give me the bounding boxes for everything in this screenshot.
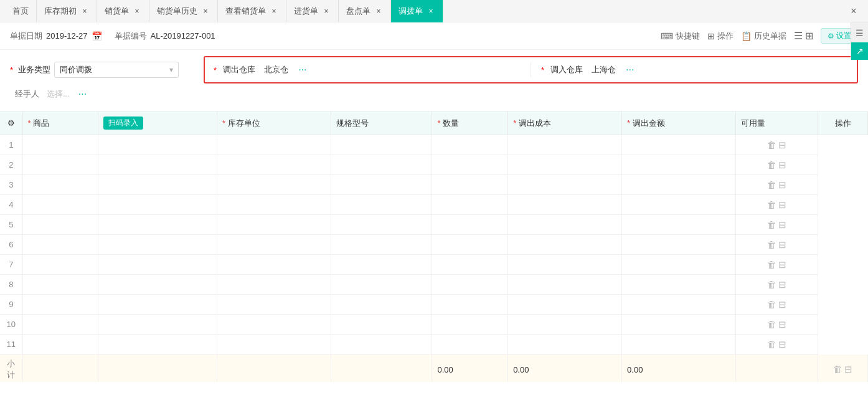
cell-0[interactable] (22, 135, 98, 155)
cell-1[interactable] (98, 275, 217, 295)
cell-6[interactable] (622, 175, 736, 195)
cell-3[interactable] (331, 295, 432, 315)
delete-row-button[interactable]: 🗑 (767, 140, 776, 150)
warehouse-in-dots[interactable]: ··· (626, 64, 634, 75)
cell-2[interactable] (217, 235, 331, 255)
tab-transfer[interactable]: 调拨单 × (391, 0, 443, 22)
copy-row-button[interactable]: ⊟ (778, 279, 786, 290)
cell-5[interactable] (508, 215, 622, 235)
cell-4[interactable] (432, 295, 508, 315)
close-inventory-init[interactable]: × (80, 7, 89, 16)
cell-2[interactable] (217, 275, 331, 295)
cell-5[interactable] (508, 315, 622, 335)
cell-1[interactable] (98, 175, 217, 195)
cell-2[interactable] (217, 215, 331, 235)
cell-6[interactable] (622, 235, 736, 255)
handler-input[interactable]: 选择... (47, 88, 70, 100)
cell-0[interactable] (22, 335, 98, 355)
sidebar-list-icon[interactable]: ☰ (852, 25, 868, 41)
calendar-icon[interactable]: 📅 (92, 31, 102, 41)
cell-3[interactable] (331, 255, 432, 275)
delete-row-button[interactable]: 🗑 (767, 319, 776, 330)
subtotal-copy-icon[interactable]: ⊟ (844, 364, 852, 374)
tab-stocktake[interactable]: 盘点单 × (339, 0, 391, 22)
delete-row-button[interactable]: 🗑 (767, 179, 776, 190)
cell-2[interactable] (217, 295, 331, 315)
cell-6[interactable] (622, 255, 736, 275)
delete-row-button[interactable]: 🗑 (767, 259, 776, 270)
cell-4[interactable] (432, 315, 508, 335)
th-gear[interactable]: ⚙ (0, 112, 22, 135)
cell-4[interactable] (432, 175, 508, 195)
cell-3[interactable] (331, 155, 432, 175)
tab-purchase-order[interactable]: 进货单 × (286, 0, 339, 22)
cell-5[interactable] (508, 295, 622, 315)
cell-3[interactable] (331, 235, 432, 255)
cell-5[interactable] (508, 195, 622, 215)
cell-1[interactable] (98, 295, 217, 315)
copy-row-button[interactable]: ⊟ (778, 319, 786, 330)
close-sales-history[interactable]: × (201, 7, 210, 16)
cell-6[interactable] (622, 215, 736, 235)
cell-5[interactable] (508, 135, 622, 155)
cell-6[interactable] (622, 195, 736, 215)
cell-5[interactable] (508, 275, 622, 295)
cell-6[interactable] (622, 335, 736, 355)
cell-0[interactable] (22, 175, 98, 195)
delete-row-button[interactable]: 🗑 (767, 199, 776, 210)
cell-2[interactable] (217, 175, 331, 195)
delete-row-button[interactable]: 🗑 (767, 239, 776, 250)
cell-2[interactable] (217, 255, 331, 275)
cell-6[interactable] (622, 155, 736, 175)
cell-5[interactable] (508, 175, 622, 195)
cell-5[interactable] (508, 155, 622, 175)
cell-3[interactable] (331, 175, 432, 195)
close-purchase-order[interactable]: × (322, 7, 331, 16)
subtotal-delete-icon[interactable]: 🗑 (833, 364, 842, 374)
cell-1[interactable] (98, 235, 217, 255)
operation-button[interactable]: ⊞ 操作 (707, 31, 734, 42)
cell-5[interactable] (508, 255, 622, 275)
cell-2[interactable] (217, 135, 331, 155)
cell-3[interactable] (331, 335, 432, 355)
cell-6[interactable] (622, 315, 736, 335)
cell-5[interactable] (508, 335, 622, 355)
copy-row-button[interactable]: ⊟ (778, 219, 786, 230)
copy-row-button[interactable]: ⊟ (778, 140, 786, 150)
cell-4[interactable] (432, 275, 508, 295)
cell-4[interactable] (432, 215, 508, 235)
copy-row-button[interactable]: ⊟ (778, 179, 786, 190)
cell-1[interactable] (98, 335, 217, 355)
delete-row-button[interactable]: 🗑 (767, 159, 776, 170)
tab-view-sales[interactable]: 查看销货单 × (218, 0, 286, 22)
cell-4[interactable] (432, 195, 508, 215)
cell-2[interactable] (217, 195, 331, 215)
cell-4[interactable] (432, 135, 508, 155)
cell-6[interactable] (622, 275, 736, 295)
close-stocktake[interactable]: × (374, 7, 383, 16)
cell-2[interactable] (217, 315, 331, 335)
cell-1[interactable] (98, 195, 217, 215)
cell-3[interactable] (331, 195, 432, 215)
cell-0[interactable] (22, 195, 98, 215)
close-transfer[interactable]: × (427, 7, 435, 16)
copy-row-button[interactable]: ⊟ (778, 199, 786, 210)
cell-1[interactable] (98, 215, 217, 235)
tab-sales-history[interactable]: 销货单历史 × (149, 0, 218, 22)
cell-3[interactable] (331, 215, 432, 235)
shortcut-button[interactable]: ⌨ 快捷键 (661, 31, 700, 42)
scan-button[interactable]: 扫码录入 (103, 117, 143, 130)
cell-4[interactable] (432, 155, 508, 175)
tab-home[interactable]: 首页 (5, 0, 37, 22)
copy-row-button[interactable]: ⊟ (778, 159, 786, 170)
cell-1[interactable] (98, 155, 217, 175)
copy-row-button[interactable]: ⊟ (778, 299, 786, 310)
cell-1[interactable] (98, 315, 217, 335)
cell-6[interactable] (622, 295, 736, 315)
cell-0[interactable] (22, 275, 98, 295)
cell-0[interactable] (22, 315, 98, 335)
cell-0[interactable] (22, 215, 98, 235)
tab-sales-order[interactable]: 销货单 × (97, 0, 149, 22)
cell-5[interactable] (508, 235, 622, 255)
tab-inventory-init[interactable]: 库存期初 × (37, 0, 97, 22)
